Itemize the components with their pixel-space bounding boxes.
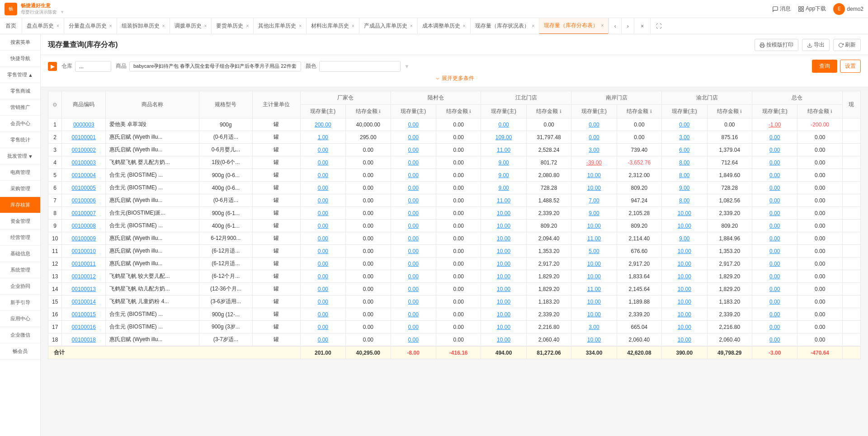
row-yubei-stock: 10.00	[662, 207, 707, 220]
collapse-btn[interactable]: ▶	[48, 62, 57, 71]
row-total-stock: 0.00	[752, 232, 797, 245]
row-total-stock: 0.00	[752, 321, 797, 333]
sidebar-item-member2[interactable]: 畅会员	[0, 343, 40, 360]
tab-close-icon[interactable]: ×	[57, 23, 59, 28]
info-icon[interactable]: ℹ	[740, 109, 742, 114]
tab-branch-count[interactable]: 分量盘点单历史 ×	[64, 18, 117, 34]
export-btn[interactable]: 导出	[802, 39, 830, 51]
tab-close-icon[interactable]: ×	[246, 23, 249, 28]
row-current	[842, 156, 860, 169]
sidebar-item-search[interactable]: 搜索英单	[0, 34, 40, 51]
sidebar-item-retail-mgmt[interactable]: 零售管理 ▲	[0, 67, 40, 83]
sidebar-item-ecommerce[interactable]: 电商管理	[0, 164, 40, 181]
row-code: 00100010	[62, 245, 106, 258]
tab-close-icon[interactable]: ×	[109, 23, 112, 28]
sidebar-item-member[interactable]: 会员中心	[0, 116, 40, 132]
row-yubei-amt: 2,216.80	[707, 321, 752, 333]
tab-close-icon[interactable]: ×	[410, 23, 413, 28]
table-row: 8 00100007 合生元(BIOSTIME)派... 900g (6-1..…	[48, 207, 861, 220]
tab-stock-status[interactable]: 现存量（库存状况表） ×	[471, 18, 540, 34]
info-icon[interactable]: ℹ	[560, 109, 561, 114]
sidebar-item-operations[interactable]: 经营管理	[0, 230, 40, 246]
sidebar-item-marketing[interactable]: 营销推广	[0, 99, 40, 116]
tab-product-in[interactable]: 产成品入库单历史 ×	[359, 18, 418, 34]
table-row: 16 00100015 合生元 (BIOSTIME) ... 900g (12-…	[48, 308, 861, 321]
sidebar-item-wholesale[interactable]: 批发管理 ▼	[0, 148, 40, 164]
user-area[interactable]: E demo2	[833, 3, 863, 15]
search-bar: ▶ 仓库 商品 颜色 ▼ 查询 设置	[41, 55, 868, 87]
row-total-stock: 0.00	[752, 220, 797, 232]
tab-next-btn[interactable]: ›	[621, 18, 634, 34]
refresh-btn[interactable]: 刷新	[833, 39, 861, 51]
row-lucun-amt: 0.00	[436, 144, 481, 156]
sidebar-item-inventory[interactable]: 库存核算	[0, 197, 40, 213]
tab-close-icon[interactable]: ×	[532, 23, 535, 28]
row-name: 飞鹤星飞帆 儿童奶粉 4...	[106, 295, 199, 308]
sidebar-item-retail-shop[interactable]: 零售商城	[0, 83, 40, 99]
tab-combo[interactable]: 组装拆卸单历史 ×	[117, 18, 170, 34]
table-row: 11 00100010 惠氏启赋 (Wyeth illu... (6-12月适.…	[48, 245, 861, 258]
info-icon[interactable]: ℹ	[379, 109, 381, 114]
tab-expand-btn[interactable]: ⛶	[650, 18, 666, 34]
info-icon[interactable]: ℹ	[650, 109, 652, 114]
row-spec: 900g (6-1...	[199, 207, 252, 220]
tab-prev-btn[interactable]: ‹	[609, 18, 621, 34]
tab-close-icon[interactable]: ×	[204, 23, 207, 28]
sidebar-item-basic-info[interactable]: 基础信息	[0, 246, 40, 262]
message-btn[interactable]: 消息	[772, 5, 791, 13]
th-yubei: 渝北门店	[662, 91, 752, 105]
tab-other-out[interactable]: 其他出库单历史 ×	[254, 18, 307, 34]
print-btn[interactable]: 按模版打印	[755, 39, 798, 51]
sidebar-item-purchase[interactable]: 采购管理	[0, 181, 40, 197]
info-icon[interactable]: ℹ	[830, 109, 832, 114]
tab-close-icon[interactable]: ×	[463, 23, 466, 28]
row-nanan-stock: 5.00	[571, 245, 617, 258]
app-download-btn[interactable]: App下载	[798, 5, 826, 13]
sidebar-item-system[interactable]: 系统管理	[0, 262, 40, 278]
table-row: 17 00100016 合生元 (BIOSTIME) ... 900g (3岁.…	[48, 321, 861, 333]
tab-material-out[interactable]: 材料出库单历史 ×	[307, 18, 359, 34]
tab-close-all-btn[interactable]: ×	[634, 18, 650, 34]
row-changjia-stock: 0.00	[300, 207, 345, 220]
row-total-amt: 0.00	[797, 232, 842, 245]
row-yubei-amt: 875.16	[707, 131, 752, 144]
tab-close-icon[interactable]: ×	[601, 23, 604, 28]
sidebar-item-finance[interactable]: 资金管理	[0, 213, 40, 230]
tab-adjust[interactable]: 调拨单历史 ×	[170, 18, 212, 34]
row-name: 惠氏启赋 (Wyeth illu...	[106, 258, 199, 270]
gear-icon[interactable]: ⚙	[52, 102, 57, 108]
tab-purchase-order[interactable]: 要货单历史 ×	[212, 18, 254, 34]
row-nanan-amt: 809.20	[617, 182, 661, 194]
sidebar-item-corp-wechat[interactable]: 企业微信	[0, 327, 40, 343]
sidebar-item-quicknav[interactable]: 快捷导航	[0, 51, 40, 67]
info-icon[interactable]: ℹ	[469, 109, 471, 114]
total-jiangbei-stock: 494.00	[481, 346, 526, 359]
tab-close-icon[interactable]: ×	[299, 23, 302, 28]
tab-cost-adjust[interactable]: 成本调整单历史 ×	[418, 18, 471, 34]
row-yubei-stock: 6.00	[662, 144, 707, 156]
goods-input[interactable]	[129, 61, 301, 71]
tab-home[interactable]: 首页	[0, 18, 22, 34]
row-name: 爱他美 卓萃3段	[106, 118, 199, 131]
tab-stock-dist[interactable]: 现存量（库存分布表） ×	[539, 18, 609, 34]
query-btn[interactable]: 查询	[812, 60, 837, 73]
row-changjia-stock: 0.00	[300, 283, 345, 295]
row-lucun-stock: 0.00	[391, 321, 436, 333]
row-yubei-amt: 1,849.60	[707, 169, 752, 182]
sidebar-item-enterprise[interactable]: 企业协同	[0, 278, 40, 295]
row-no: 11	[48, 245, 62, 258]
color-dropdown-icon[interactable]: ▼	[404, 63, 410, 70]
warehouse-input[interactable]	[75, 61, 111, 72]
sidebar-item-app-center[interactable]: 应用中心	[0, 311, 40, 327]
sidebar-item-new-guide[interactable]: 新手引导	[0, 295, 40, 311]
expand-btn[interactable]: 展开更多条件	[435, 75, 474, 82]
tab-close-icon[interactable]: ×	[162, 23, 165, 28]
th-total-stock: 现存量(主)	[752, 105, 797, 118]
setting-btn[interactable]: 设置	[840, 60, 861, 73]
tab-inventory-count[interactable]: 盘点单历史 ×	[22, 18, 64, 34]
tab-close-icon[interactable]: ×	[352, 23, 354, 28]
sidebar-item-retail-stat[interactable]: 零售统计	[0, 132, 40, 148]
row-total-stock: 0.00	[752, 295, 797, 308]
row-spec: (6-12月适...	[199, 258, 252, 270]
color-input[interactable]	[319, 61, 401, 72]
